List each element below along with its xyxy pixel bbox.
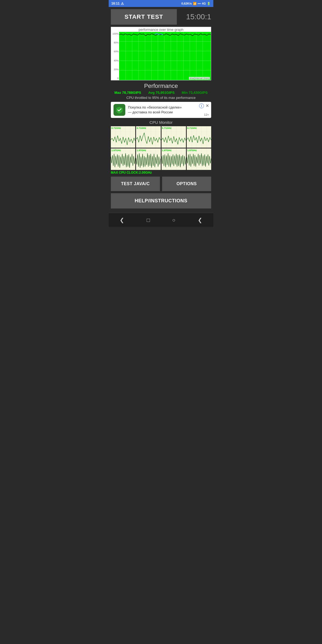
bottom-buttons-row: TEST JAVA/C OPTIONS <box>111 177 211 191</box>
cpu-chart-1: 0.71GHz <box>111 126 135 148</box>
wifi-icon: 📶 <box>193 2 197 5</box>
ad-close-button[interactable]: ✕ <box>206 104 209 108</box>
max-cpu-clock-label: MAX CPU CLOCK:2.00GHz <box>111 171 211 174</box>
network-speed: 0,62K/s <box>181 2 192 5</box>
nav-home-icon[interactable]: ○ <box>168 216 180 224</box>
timer-display: 15:00:1 <box>179 13 211 21</box>
network-type: 4G <box>202 2 206 5</box>
nav-forward-icon[interactable]: ❮ <box>193 216 207 224</box>
cpu-monitor-section: CPU Monitor 0.71GHz 0.71G <box>111 120 211 174</box>
cpu-chart-8: 1.97GHz <box>187 148 211 170</box>
status-bar: 16:11 ⚠ 0,62K/s 📶 ▪▪▪ 4G 🔋 <box>109 0 213 7</box>
ad-icon <box>114 104 125 116</box>
cpu-chart-6: 1.97GHz <box>136 148 160 170</box>
ad-banner[interactable]: Покупка по «безопасной сделке» — доставк… <box>111 102 211 118</box>
battery-icon: 🔋 <box>207 2 211 5</box>
ad-age-label: 12+ <box>204 113 209 116</box>
graph-title: performance over time graph <box>111 28 211 32</box>
time-interval-label: time(interval 2min) <box>189 77 210 80</box>
cpu-waveform-4 <box>187 126 211 148</box>
cpu-chart-3: 0.71GHz <box>162 126 186 148</box>
graph-y-axis: 100% 80% 60% 40% 20% 0 <box>111 32 119 80</box>
cpu-chart-5: 1.97GHz <box>111 148 135 170</box>
performance-title: Performance <box>111 83 211 90</box>
cpu-waveform-8 <box>187 148 211 170</box>
ad-text: Покупка по «безопасной сделке» — доставк… <box>128 105 208 115</box>
cpu-monitor-title: CPU Monitor <box>111 120 211 125</box>
top-row: START TEST 15:00:1 <box>111 9 211 25</box>
performance-values: Max 78,788GIPS Avg 75,951GIPS Min 73,430… <box>111 91 211 95</box>
cpu-freq-6: 1.97GHz <box>137 149 146 152</box>
nav-back-icon[interactable]: ❮ <box>115 216 129 224</box>
test-java-button[interactable]: TEST JAVA/C <box>111 177 160 191</box>
performance-section: Performance Max 78,788GIPS Avg 75,951GIP… <box>111 83 211 100</box>
signal-icon: ▪▪▪ <box>198 2 201 5</box>
cpu-freq-8: 1.97GHz <box>187 149 197 152</box>
time-display: 16:11 <box>111 2 120 5</box>
status-right: 0,62K/s 📶 ▪▪▪ 4G 🔋 <box>181 2 211 5</box>
alert-icon: ⚠ <box>121 2 124 6</box>
cpu-waveform-3 <box>162 126 186 148</box>
performance-graph-container: performance over time graph 100% 80% 60%… <box>111 27 211 80</box>
performance-waveform <box>119 32 211 80</box>
ad-controls: i ✕ <box>199 103 209 108</box>
cpu-waveform-2 <box>136 126 160 148</box>
cpu-freq-7: 1.97GHz <box>162 149 172 152</box>
cpu-chart-7: 1.97GHz <box>162 148 186 170</box>
graph-area <box>119 32 211 80</box>
cpu-waveform-5 <box>111 148 135 170</box>
ad-info-button[interactable]: i <box>199 103 204 108</box>
start-test-button[interactable]: START TEST <box>111 9 177 25</box>
status-left: 16:11 ⚠ <box>111 2 124 6</box>
shield-check-icon <box>116 106 123 114</box>
cpu-freq-5: 1.97GHz <box>111 149 121 152</box>
cpu-bottom-row: 1.97GHz 1.97GHz <box>111 148 211 170</box>
options-button[interactable]: OPTIONS <box>162 177 211 191</box>
cpu-top-row: 0.71GHz 0.71GHz <box>111 126 211 148</box>
cpu-chart-2: 0.71GHz <box>136 126 160 148</box>
nav-bar: ❮ □ ○ ❮ <box>109 213 213 227</box>
perf-avg: Avg 75,951GIPS <box>148 91 175 95</box>
cpu-freq-4: 0.71GHz <box>187 127 197 129</box>
nav-recent-icon[interactable]: □ <box>142 216 154 224</box>
cpu-waveform-7 <box>162 148 186 170</box>
cpu-freq-1: 0.71GHz <box>111 127 121 129</box>
perf-min: Min 73,430GIPS <box>182 91 208 95</box>
cpu-waveform-6 <box>136 148 160 170</box>
perf-max: Max 78,788GIPS <box>114 91 141 95</box>
performance-note: CPU throttled to 95% of its max performa… <box>111 96 211 100</box>
cpu-freq-2: 0.71GHz <box>137 127 146 129</box>
cpu-freq-3: 0.71GHz <box>162 127 172 129</box>
cpu-chart-4: 0.71GHz <box>187 126 211 148</box>
help-instructions-button[interactable]: HELP/INSTRUCTIONS <box>111 193 211 209</box>
cpu-waveform-1 <box>111 126 135 148</box>
